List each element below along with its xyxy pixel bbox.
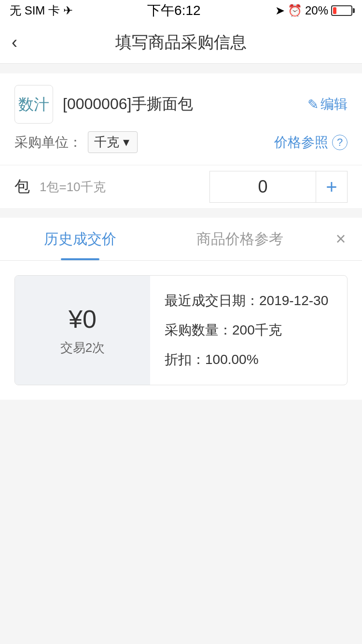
quantity-row: 包 1包=10千克 +: [0, 166, 362, 208]
trade-count: 交易2次: [60, 339, 105, 356]
price-ref-button[interactable]: 价格参照 ?: [274, 133, 348, 152]
tab-history-price[interactable]: 历史成交价: [0, 218, 160, 260]
product-name: [0000006]手撕面包: [63, 94, 193, 115]
tab-close-button[interactable]: ×: [320, 218, 362, 260]
purchase-qty-label: 采购数量：: [165, 322, 232, 337]
qty-plus-button[interactable]: +: [316, 171, 348, 203]
product-logo: 数汁: [18, 97, 49, 112]
location-icon: ➤: [275, 4, 285, 17]
tab-product-price-label: 商品价格参考: [196, 229, 283, 249]
discount-row: 折扣：100.00%: [165, 349, 333, 371]
qty-input-wrap: +: [115, 171, 348, 203]
product-top: 数汁 [0000006]手撕面包 ✎ 编辑: [14, 85, 348, 124]
unit-value: 千克: [94, 134, 119, 151]
tab-history-label: 历史成交价: [44, 229, 116, 249]
sim-label: 无 SIM 卡 ✈: [10, 3, 73, 18]
product-bottom: 采购单位： 千克 ▾ 价格参照 ?: [14, 131, 348, 153]
back-button[interactable]: ‹: [12, 32, 17, 53]
status-left: 无 SIM 卡 ✈: [10, 3, 73, 18]
product-info: 数汁 [0000006]手撕面包: [14, 85, 307, 124]
tab-bar: 历史成交价 商品价格参考 ×: [0, 218, 362, 261]
quantity-input[interactable]: [209, 171, 316, 203]
unit-badge: 包: [14, 176, 30, 197]
unit-select-button[interactable]: 千克 ▾: [88, 131, 138, 153]
recent-date-label: 最近成交日期：: [165, 293, 259, 308]
battery-percent: 20%: [305, 4, 328, 17]
price-details: 最近成交日期：2019-12-30 采购数量：200千克 折扣：100.00%: [150, 276, 347, 385]
edit-icon: ✎: [307, 97, 319, 112]
chevron-down-icon: ▾: [123, 135, 129, 150]
status-time: 下午6:12: [147, 1, 201, 20]
product-card: 数汁 [0000006]手撕面包 ✎ 编辑 采购单位： 千克 ▾ 价格参照 ?: [0, 73, 362, 165]
edit-button[interactable]: ✎ 编辑: [307, 95, 348, 113]
discount-label: 折扣：: [165, 352, 205, 367]
tab-product-price-ref[interactable]: 商品价格参考: [160, 218, 320, 260]
unit-hint: 1包=10千克: [40, 179, 106, 196]
status-right: ➤ ⏰ 20%: [275, 4, 352, 17]
edit-label: 编辑: [320, 95, 348, 113]
discount-value: 100.00%: [205, 352, 259, 367]
recent-date-value: 2019-12-30: [259, 293, 328, 308]
price-amount: ¥0: [69, 305, 97, 334]
status-bar: 无 SIM 卡 ✈ 下午6:12 ➤ ⏰ 20%: [0, 0, 362, 21]
price-card: ¥0 交易2次 最近成交日期：2019-12-30 采购数量：200千克 折扣：…: [14, 275, 348, 385]
price-ref-label: 价格参照: [274, 133, 328, 152]
purchase-qty-value: 200千克: [232, 322, 282, 337]
page-title: 填写商品采购信息: [115, 31, 247, 54]
tab-active-indicator: [61, 258, 99, 260]
price-summary: ¥0 交易2次: [15, 276, 150, 385]
battery-fill: [333, 7, 336, 14]
recent-date-row: 最近成交日期：2019-12-30: [165, 290, 333, 312]
unit-label: 采购单位：: [14, 133, 82, 152]
unit-row: 采购单位： 千克 ▾: [14, 131, 138, 153]
alarm-icon: ⏰: [288, 4, 302, 17]
battery-indicator: [331, 5, 352, 16]
nav-bar: ‹ 填写商品采购信息: [0, 21, 362, 64]
product-icon: 数汁: [14, 85, 53, 124]
purchase-qty-row: 采购数量：200千克: [165, 320, 333, 341]
content-area: ¥0 交易2次 最近成交日期：2019-12-30 采购数量：200千克 折扣：…: [0, 261, 362, 400]
help-icon: ?: [332, 135, 348, 150]
